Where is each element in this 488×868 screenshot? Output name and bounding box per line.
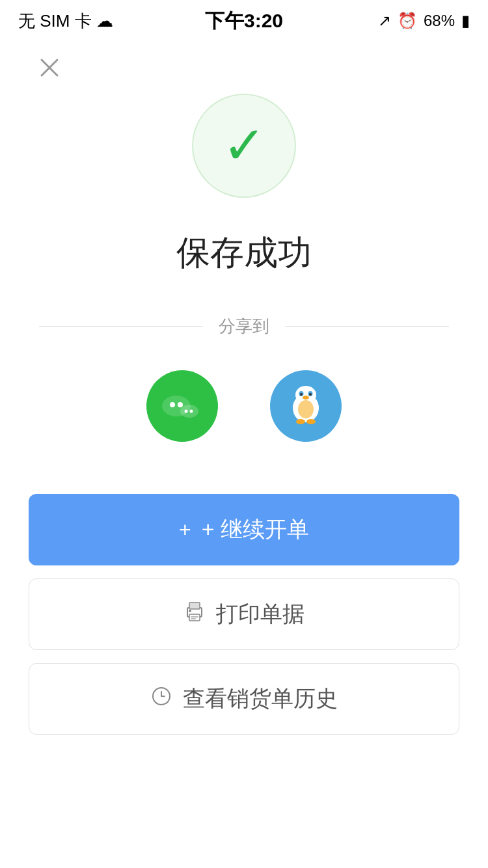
svg-point-4	[178, 402, 183, 407]
view-history-button[interactable]: 查看销货单历史	[29, 663, 459, 735]
svg-point-11	[300, 393, 303, 396]
plus-icon: +	[179, 518, 191, 542]
share-qq-button[interactable]	[270, 370, 342, 442]
status-time: 下午3:20	[205, 8, 283, 34]
history-label: 查看销货单历史	[183, 684, 338, 714]
history-icon	[150, 685, 172, 712]
svg-point-23	[189, 610, 191, 612]
action-buttons: + + 继续开单 打印单据	[0, 494, 488, 735]
success-circle: ✓	[192, 94, 296, 198]
divider-line-left	[39, 326, 203, 327]
print-receipt-button[interactable]: 打印单据	[29, 578, 459, 650]
print-label: 打印单据	[216, 599, 305, 629]
sim-label: 无 SIM 卡 ☁	[18, 10, 113, 33]
svg-point-3	[170, 402, 175, 407]
printer-icon	[183, 601, 206, 627]
battery-label: 68%	[424, 12, 455, 30]
main-content: ✓ 保存成功 分享到	[0, 42, 488, 735]
share-icons	[146, 370, 342, 442]
status-right: ↗ ⏰ 68% ▮	[378, 12, 470, 30]
location-icon: ↗	[378, 12, 391, 30]
qq-icon	[286, 383, 325, 429]
status-bar: 无 SIM 卡 ☁ 下午3:20 ↗ ⏰ 68% ▮	[0, 0, 488, 42]
svg-point-13	[309, 393, 312, 396]
svg-point-7	[190, 410, 193, 413]
status-left: 无 SIM 卡 ☁	[18, 10, 113, 33]
svg-point-15	[298, 400, 314, 418]
continue-order-label: + 继续开单	[202, 515, 309, 545]
svg-rect-22	[191, 618, 196, 619]
svg-point-17	[306, 419, 316, 424]
continue-order-button[interactable]: + + 继续开单	[29, 494, 459, 565]
svg-rect-19	[189, 603, 200, 609]
svg-point-6	[185, 410, 188, 413]
divider-line-right	[285, 326, 449, 327]
alarm-icon: ⏰	[398, 12, 417, 30]
battery-icon: ▮	[461, 12, 470, 30]
success-title: 保存成功	[176, 230, 312, 276]
close-icon	[38, 56, 61, 79]
svg-point-14	[303, 396, 309, 400]
share-wechat-button[interactable]	[146, 370, 218, 442]
checkmark-icon: ✓	[223, 120, 266, 172]
close-button[interactable]	[31, 49, 68, 86]
svg-point-16	[296, 419, 305, 424]
wechat-icon	[161, 388, 204, 424]
share-label: 分享到	[203, 315, 285, 338]
svg-point-5	[180, 405, 198, 418]
svg-rect-21	[191, 616, 198, 617]
share-divider: 分享到	[0, 315, 488, 338]
